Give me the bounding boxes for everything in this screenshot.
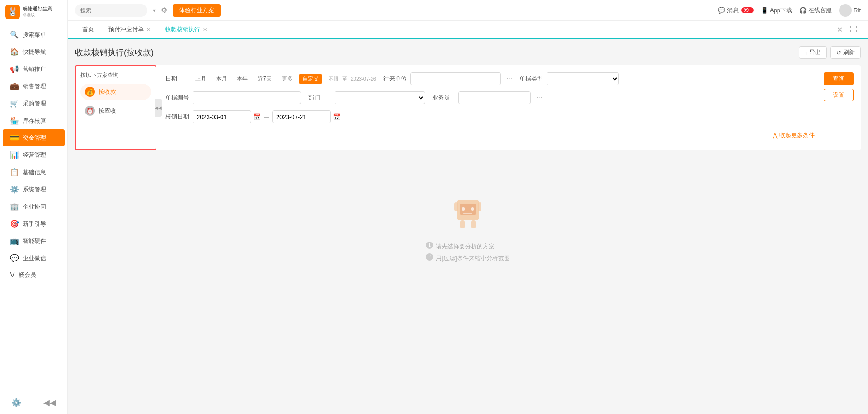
message-btn[interactable]: 💬 消息 99+: [718, 6, 754, 14]
filter-docno-field: 单据编号: [165, 91, 301, 104]
app-download-btn[interactable]: 📱 App下载: [761, 6, 792, 14]
sidebar-item-wechat[interactable]: 💬 企业微信: [3, 250, 65, 266]
filter-left-title: 按以下方案查询: [80, 71, 151, 79]
date-opt-last-month[interactable]: 上月: [192, 74, 210, 84]
svg-point-2: [462, 207, 465, 211]
sidebar-item-search[interactable]: 🔍 搜索菜单: [3, 26, 65, 43]
collapse-more-btn[interactable]: ⋀ 收起更多条件: [165, 129, 815, 143]
sidebar-item-guide[interactable]: 🎯 新手引导: [3, 215, 65, 232]
svg-rect-5: [454, 202, 458, 211]
docno-label: 单据编号: [165, 94, 189, 102]
refresh-btn[interactable]: ↺ 刷新: [830, 46, 861, 59]
empty-illustration: [445, 186, 491, 232]
basic-icon: 📋: [10, 168, 19, 176]
verify-start-input[interactable]: [193, 110, 251, 123]
filter-row-1: 日期 上月 本月 本年 近7天 更多 自定义 不限 至 2023: [165, 72, 815, 85]
refresh-icon: ↺: [836, 49, 841, 56]
sidebar-item-inventory[interactable]: 🏪 库存核算: [3, 112, 65, 129]
sidebar-item-sales[interactable]: 💼 销售管理: [3, 78, 65, 95]
unit-input[interactable]: [410, 72, 501, 85]
date-opt-more[interactable]: 更多: [278, 74, 296, 84]
topbar-right: 💬 消息 99+ 📱 App下载 🎧 在线客服 Rit: [718, 4, 861, 17]
sidebar-item-shortcut[interactable]: 🏠 快捷导航: [3, 43, 65, 60]
date-to-label: 至: [342, 76, 347, 82]
docno-input[interactable]: [193, 91, 301, 104]
verify-end-input[interactable]: [272, 110, 331, 123]
setting-btn[interactable]: 设置: [824, 89, 854, 101]
verify-end-wrap: 📅: [272, 110, 340, 123]
collapse-left-btn[interactable]: ◀◀: [155, 99, 162, 117]
message-icon: 💬: [718, 7, 725, 14]
app-icon: 📱: [761, 7, 768, 14]
page-content: 收款核销执行(按收款) ↑ 导出 ↺ 刷新 按以下方案查询 💰 按收款: [68, 39, 868, 414]
topbar-search-input[interactable]: [75, 4, 147, 17]
topbar-gear-icon[interactable]: ⚙: [161, 6, 167, 14]
query-btn[interactable]: 查询: [824, 72, 854, 85]
dept-select[interactable]: [335, 91, 425, 104]
filter-dept-field: 部门: [308, 91, 425, 104]
collapse-more-icon: ⋀: [773, 132, 778, 139]
date-opt-custom[interactable]: 自定义: [299, 74, 322, 84]
svg-point-3: [471, 207, 474, 211]
filter-left-panel: 按以下方案查询 💰 按收款 ⏰ 按应收 ◀◀: [75, 65, 156, 150]
filter-unit-field: 往来单位 ···: [383, 72, 512, 85]
tip-num-1: 1: [426, 242, 433, 249]
tab-receipt-close[interactable]: ✕: [203, 27, 207, 33]
filter-row-2: 单据编号 部门 业务员 ···: [165, 91, 815, 104]
filter-staff-field: 业务员 ···: [432, 91, 542, 104]
settings-bottom-btn[interactable]: ⚙️: [9, 395, 24, 410]
tab-close-all-btn[interactable]: ✕: [833, 25, 846, 34]
sidebar-item-business[interactable]: 📊 经营管理: [3, 147, 65, 163]
filter-option-by-receivable[interactable]: ⏰ 按应收: [80, 103, 151, 119]
filter-option-by-receipt[interactable]: 💰 按收款: [80, 84, 151, 100]
tab-prepay-close[interactable]: ✕: [146, 27, 151, 33]
tip-text-2: 用[过滤]条件来缩小分析范围: [436, 252, 509, 264]
sidebar-item-inventory-label: 库存核算: [23, 117, 46, 125]
online-service-btn[interactable]: 🎧 在线客服: [799, 6, 832, 14]
sidebar-menu: 🔍 搜索菜单 🏠 快捷导航 📢 营销推广 💼 销售管理 🛒 采购管理 🏪 库存核…: [0, 24, 67, 391]
user-avatar: [839, 4, 852, 17]
sidebar-item-member[interactable]: V 畅会员: [3, 267, 65, 283]
collapse-sidebar-btn[interactable]: ◀◀: [41, 395, 59, 410]
date-opt-this-month[interactable]: 本月: [212, 74, 231, 84]
date-opt-this-year[interactable]: 本年: [233, 74, 251, 84]
tab-home-label: 首页: [82, 25, 94, 33]
staff-dots-btn[interactable]: ···: [536, 94, 542, 102]
sidebar-item-basic[interactable]: 📋 基础信息: [3, 164, 65, 181]
topbar-dropdown-btn[interactable]: ▾: [153, 7, 156, 14]
date-opt-7days[interactable]: 近7天: [254, 74, 275, 84]
sidebar-item-system-label: 系统管理: [23, 186, 46, 194]
sidebar-item-funds[interactable]: 💳 资金管理: [3, 129, 65, 146]
user-info[interactable]: Rit: [839, 4, 861, 17]
tab-receipt[interactable]: 收款核销执行 ✕: [158, 21, 214, 39]
tab-home[interactable]: 首页: [75, 21, 101, 39]
svg-rect-6: [478, 202, 481, 211]
verify-start-calendar-icon[interactable]: 📅: [253, 113, 261, 120]
date-range: 📅 — 📅: [193, 110, 340, 123]
sidebar-item-purchase-label: 采购管理: [23, 100, 46, 108]
sidebar-item-hardware[interactable]: 📺 智能硬件: [3, 233, 65, 249]
verify-end-calendar-icon[interactable]: 📅: [333, 113, 340, 120]
sidebar-item-basic-label: 基础信息: [23, 168, 46, 176]
filter-doctype-field: 单据类型: [519, 72, 624, 85]
tab-prepay[interactable]: 预付冲应付单 ✕: [101, 21, 158, 39]
export-btn[interactable]: ↑ 导出: [799, 46, 827, 59]
home-icon: 🏠: [10, 48, 19, 56]
sidebar-item-system[interactable]: ⚙️ 系统管理: [3, 181, 65, 198]
empty-tip-1: 1 请先选择要分析的方案: [426, 241, 509, 252]
user-name: Rit: [854, 7, 861, 14]
sidebar-item-marketing[interactable]: 📢 营销推广: [3, 61, 65, 77]
sidebar-item-shortcut-label: 快捷导航: [23, 48, 46, 56]
sidebar-item-purchase[interactable]: 🛒 采购管理: [3, 95, 65, 112]
unit-dots-btn[interactable]: ···: [506, 75, 512, 83]
sidebar-item-marketing-label: 营销推广: [23, 65, 46, 73]
solution-btn[interactable]: 体验行业方案: [173, 4, 221, 17]
sidebar-item-enterprise[interactable]: 🏢 企业协同: [3, 198, 65, 215]
funds-icon: 💳: [10, 133, 19, 142]
doctype-select[interactable]: [547, 72, 619, 85]
business-icon: 📊: [10, 151, 19, 159]
sales-icon: 💼: [10, 82, 19, 90]
tab-fullscreen-btn[interactable]: ⛶: [846, 25, 861, 33]
doctype-label: 单据类型: [519, 75, 543, 83]
staff-input[interactable]: [458, 91, 531, 104]
